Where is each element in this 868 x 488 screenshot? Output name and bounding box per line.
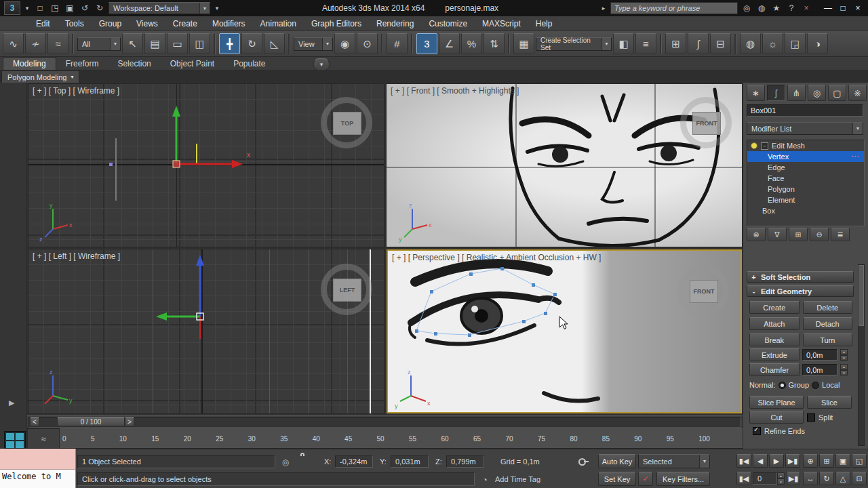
signin-close-icon[interactable]: × (800, 2, 812, 14)
orbit-icon[interactable]: ↻ (819, 472, 834, 485)
rollout-expand-icon[interactable]: + (751, 273, 757, 281)
stack-row-element[interactable]: Element (747, 195, 864, 205)
slice-button[interactable]: Slice (807, 396, 852, 409)
viewport-bottom-left[interactable]: [ + ] [ Left ] [ Wireframe ] LEFT z y (28, 249, 384, 413)
schematic-view-icon[interactable]: ⊟ (710, 33, 731, 54)
spinner-snap-toggle-icon[interactable]: ⇅ (484, 33, 505, 54)
menu-item[interactable]: Modifiers (205, 17, 253, 30)
configure-modifier-sets-button[interactable]: ≣ (831, 228, 850, 241)
application-menu-button[interactable]: 3 (4, 1, 20, 15)
menu-item[interactable]: Customize (421, 17, 475, 30)
align-icon[interactable]: ≡ (635, 33, 656, 54)
render-production-icon[interactable]: ◑ (807, 33, 828, 54)
open-mini-curve-editor-button[interactable]: ≈ (27, 428, 60, 449)
undo-icon[interactable]: ↺ (79, 2, 91, 14)
modifier-enable-bulb-icon[interactable] (751, 142, 757, 149)
workspace-extra-arrow-icon[interactable]: ▾ (213, 2, 221, 14)
previous-frame-button[interactable]: ◀ (753, 454, 768, 468)
ribbon-tab[interactable]: Selection (108, 58, 160, 70)
edit-geometry-button[interactable]: Delete (803, 301, 853, 314)
menu-item[interactable]: Animation (253, 17, 304, 30)
bind-to-space-warp-icon[interactable]: ≈ (47, 33, 68, 54)
pin-stack-button[interactable]: ⊗ (747, 228, 766, 241)
communication-center-icon[interactable]: ◍ (755, 2, 768, 14)
workspace-dropdown-arrow-icon[interactable]: ▼ (199, 3, 210, 14)
menu-item[interactable]: MAXScript (475, 17, 528, 30)
show-end-result-button[interactable]: ∇ (768, 228, 787, 241)
minimize-window-button[interactable]: — (822, 2, 834, 14)
macro-recorder-pane[interactable] (0, 449, 75, 470)
track-bar-ruler[interactable]: 0510152025303540455055606570758085909510… (60, 428, 743, 449)
time-slider-track[interactable] (28, 417, 741, 428)
edit-geometry-button[interactable]: Create (749, 301, 800, 314)
rectangular-selection-region-icon[interactable]: ▭ (167, 33, 188, 54)
polygon-modeling-panel-tab[interactable]: Polygon Modeling ▾ (1, 70, 79, 83)
time-slider-prev-button[interactable]: < (30, 417, 39, 426)
new-scene-icon[interactable]: □ (34, 2, 46, 14)
create-panel-tab[interactable]: ∗ (747, 85, 765, 101)
edit-geometry-button[interactable]: Turn (803, 333, 853, 346)
viewcube-face[interactable]: FRONT (692, 112, 721, 135)
rendered-frame-window-icon[interactable]: ◲ (785, 33, 806, 54)
select-and-link-icon[interactable]: ∿ (3, 33, 24, 54)
frame-spinner[interactable]: ▴▾ (777, 472, 785, 485)
selection-filter-dropdown[interactable]: All ▼ (77, 37, 121, 51)
field-of-view-icon[interactable]: △ (835, 472, 850, 485)
viewcube-face[interactable]: FRONT (690, 280, 718, 303)
ribbon-tab[interactable]: Populate (224, 58, 275, 70)
angle-snap-toggle-icon[interactable]: ∠ (439, 33, 460, 54)
maxscript-mini-listener[interactable]: Welcome to M (0, 449, 76, 488)
viewport-label[interactable]: [ + ] [ Front ] [ Smooth + Highlights ] (391, 86, 519, 96)
render-setup-icon[interactable]: ☼ (762, 33, 783, 54)
previous-key-button[interactable]: ▮◀ (736, 472, 751, 485)
rollout-collapse-icon[interactable]: - (751, 287, 757, 296)
layer-manager-icon[interactable]: ⊞ (665, 33, 686, 54)
time-slider-next-button[interactable]: > (125, 417, 134, 426)
named-selection-sets-dropdown[interactable]: Create Selection Set ▼ (536, 37, 612, 51)
refine-ends-checkbox[interactable] (753, 427, 761, 435)
zoom-extents-icon[interactable]: ▣ (835, 454, 850, 468)
close-window-button[interactable]: × (852, 2, 864, 14)
split-checkbox[interactable] (807, 413, 815, 422)
panel-scrollbar-thumb[interactable] (859, 265, 864, 326)
menu-item[interactable]: Create (165, 17, 205, 30)
viewport-top-right[interactable]: [ + ] [ Front ] [ Smooth + Highlights ] … (387, 84, 742, 247)
open-file-icon[interactable]: ◳ (49, 2, 61, 14)
zoom-all-icon[interactable]: ⊞ (819, 454, 834, 468)
viewcube-face[interactable]: LEFT (333, 279, 361, 302)
viewport-label[interactable]: [ + ] [ Top ] [ Wireframe ] (33, 86, 119, 96)
select-by-name-icon[interactable]: ▤ (144, 33, 165, 54)
curve-editor-icon[interactable]: ∫ (688, 33, 709, 54)
modify-panel-tab[interactable]: ∫ (767, 85, 785, 101)
isolate-selection-icon[interactable]: ◎ (279, 456, 292, 468)
edit-geometry-button[interactable]: Attach (749, 317, 800, 330)
go-to-end-button[interactable]: ▶▮ (785, 454, 800, 468)
set-keys-button[interactable]: ✓ (638, 472, 653, 486)
window-crossing-icon[interactable]: ◫ (189, 33, 210, 54)
redo-icon[interactable]: ↻ (94, 2, 106, 14)
extrude-button[interactable]: Extrude (749, 348, 800, 361)
menu-item[interactable]: Rendering (369, 17, 421, 30)
unlink-selection-icon[interactable]: ≁ (25, 33, 46, 54)
viewcube[interactable]: TOP (321, 97, 372, 148)
panel-scrollbar[interactable] (858, 264, 865, 446)
edit-geometry-rollout-header[interactable]: - Edit Geometry (747, 285, 854, 297)
save-file-icon[interactable]: ▣ (64, 2, 76, 14)
viewport-layout-tabs-icon[interactable] (4, 431, 26, 450)
select-object-icon[interactable]: ↖ (122, 33, 143, 54)
reference-coordinate-system-dropdown[interactable]: View ▼ (294, 37, 333, 51)
make-unique-button[interactable]: ⊞ (789, 228, 808, 241)
snaps-toggle-icon[interactable]: 3 (416, 33, 437, 54)
time-slider-handle[interactable]: 0 / 100 (57, 417, 125, 426)
edit-geometry-button[interactable]: Break (749, 333, 800, 346)
favorites-icon[interactable]: ★ (770, 2, 783, 14)
time-tag-icon[interactable]: ◔ (479, 474, 491, 486)
viewcube[interactable]: FRONT (680, 97, 732, 148)
utilities-panel-tab[interactable]: ※ (848, 85, 867, 101)
extrude-value-field[interactable]: 0,0m (802, 349, 837, 361)
viewport-label[interactable]: [ + ] [ Left ] [ Wireframe ] (33, 251, 120, 261)
material-editor-icon[interactable]: ◍ (740, 33, 761, 54)
object-name-field[interactable]: Box001 (747, 104, 863, 117)
edit-geometry-button[interactable]: Detach (803, 317, 853, 330)
help-icon[interactable]: ? (785, 2, 797, 14)
